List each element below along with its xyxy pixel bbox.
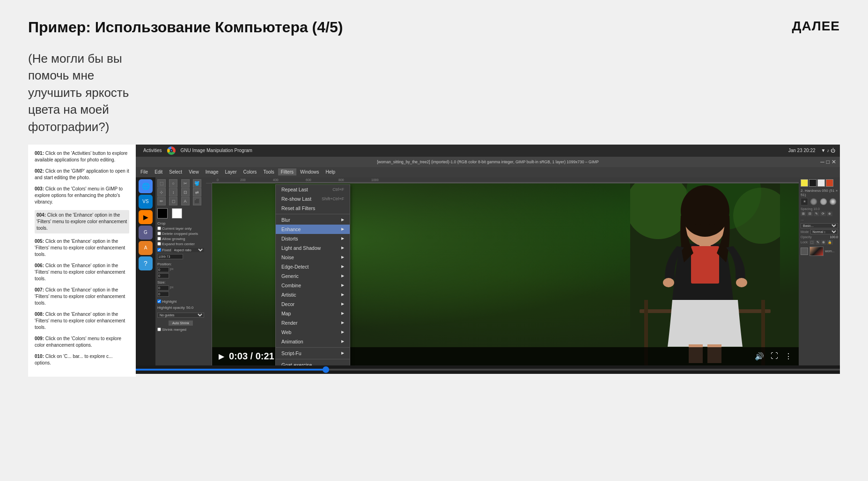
sidebar-icon-vlc[interactable]: ▶	[139, 210, 153, 224]
filter-noise[interactable]: Noise ▶	[276, 253, 350, 262]
menu-tools[interactable]: Tools	[260, 168, 277, 175]
menu-filters[interactable]: Filters	[278, 168, 296, 175]
filter-generic[interactable]: Generic ▶	[276, 271, 350, 281]
tool-btn-crop[interactable]: ⊹	[157, 188, 166, 197]
tool-btn-ellipse[interactable]: ○	[169, 179, 177, 188]
brush-ctrl-3[interactable]: ✎	[814, 211, 819, 216]
filter-script-fu[interactable]: Script-Fu ▶	[276, 349, 350, 358]
tool-btn-text[interactable]: A	[181, 197, 190, 205]
menu-colors[interactable]: Colors	[240, 168, 259, 175]
sidebar-icon-help[interactable]: ?	[139, 256, 153, 270]
step-009: 009: Click on the 'Colors' menu to explo…	[35, 335, 129, 349]
gimp-right-panel: 2. Hardness 050 (51 × 51) ★ Spacing 10.0…	[799, 177, 840, 365]
blending-mode-select[interactable]: Normal ↕	[810, 229, 838, 234]
menu-layer[interactable]: Layer	[222, 168, 239, 175]
filter-combine[interactable]: Combine ▶	[276, 281, 350, 290]
sidebar-icon-vscode[interactable]: VS	[139, 195, 153, 209]
tool-btn-eraser[interactable]: ◻	[169, 197, 177, 205]
menu-select[interactable]: Select	[166, 168, 185, 175]
menu-windows[interactable]: Windows	[297, 168, 322, 175]
fixed-select[interactable]: Aspect ratio	[172, 248, 204, 252]
filter-light-shadow[interactable]: Light and Shadow ▶	[276, 243, 350, 253]
menu-view[interactable]: View	[186, 168, 202, 175]
brush-ctrl-5[interactable]: ⊕	[827, 211, 832, 216]
size-w-input[interactable]	[157, 285, 169, 291]
sidebar-icon-gimp[interactable]: G	[139, 226, 153, 240]
filter-reset-all[interactable]: Reset all Filters	[276, 204, 350, 213]
filter-artistic[interactable]: Artistic ▶	[276, 290, 350, 299]
menu-image[interactable]: Image	[203, 168, 221, 175]
swatch-yellow[interactable]	[801, 179, 808, 187]
filter-decor[interactable]: Decor ▶	[276, 299, 350, 309]
filter-map[interactable]: Map ▶	[276, 309, 350, 318]
filter-distorts[interactable]: Distorts ▶	[276, 234, 350, 243]
filter-enhance[interactable]: Enhance ▶	[276, 225, 350, 234]
play-button[interactable]: ▶	[219, 352, 224, 361]
brush-circle2[interactable]	[820, 198, 827, 205]
filter-reshow-last[interactable]: Re-show Last Shift+Ctrl+F	[276, 194, 350, 204]
lock-paint[interactable]: ✎	[816, 240, 820, 245]
chrome-icon[interactable]	[167, 146, 176, 155]
background-color[interactable]	[172, 208, 182, 219]
tool-btn-perspective[interactable]: ⊡	[181, 188, 190, 197]
filter-blur[interactable]: Blur ▶	[276, 215, 350, 225]
tool-btn-transform[interactable]: ↕	[169, 188, 177, 197]
foreground-color[interactable]	[157, 208, 168, 219]
maximize-button[interactable]: □	[826, 159, 830, 165]
menu-edit[interactable]: Edit	[152, 168, 165, 175]
tool-btn-paint[interactable]: ✏	[157, 197, 166, 205]
expand-center-checkbox[interactable]	[157, 242, 161, 246]
menu-file[interactable]: File	[138, 168, 151, 175]
filter-animation[interactable]: Animation ▶	[276, 337, 350, 346]
brush-ctrl-2[interactable]: ⊟	[807, 211, 813, 216]
progress-handle[interactable]	[323, 366, 329, 373]
swatch-black[interactable]	[809, 179, 817, 187]
minimize-button[interactable]: ─	[820, 159, 824, 165]
lock-move[interactable]: ⊕	[821, 240, 826, 245]
delete-cropped-checkbox[interactable]	[157, 232, 161, 235]
tool-btn-bucket[interactable]: ⬛	[193, 197, 201, 205]
tool-btn-rect-select[interactable]: ⬚	[157, 179, 166, 188]
video-progress-bar[interactable]	[136, 365, 840, 374]
lock-transparent[interactable]: ⬚	[809, 240, 815, 245]
brush-ctrl-1[interactable]: ⊞	[801, 211, 806, 216]
layer-eye[interactable]	[801, 248, 808, 255]
fullscreen-button[interactable]: ⛶	[771, 352, 778, 360]
close-button[interactable]: ✕	[831, 159, 836, 165]
sidebar-icon-app[interactable]: A	[139, 241, 153, 255]
layer-thumbnail[interactable]	[809, 247, 824, 256]
swatch-white[interactable]	[817, 179, 825, 187]
tool-btn-free[interactable]: ✂	[181, 179, 190, 188]
menu-help[interactable]: Help	[323, 168, 338, 175]
allow-growing-checkbox[interactable]	[157, 237, 161, 240]
shrink-merged-checkbox[interactable]	[157, 328, 161, 331]
pos-y-input[interactable]	[157, 273, 169, 278]
swatch-red[interactable]	[826, 179, 833, 187]
pos-x-input[interactable]	[157, 267, 169, 272]
brush-soft[interactable]	[829, 198, 837, 205]
brush-ctrl-4[interactable]: ⟳	[820, 211, 826, 216]
more-options-button[interactable]: ⋮	[785, 352, 792, 361]
brush-circle1[interactable]	[810, 198, 817, 205]
mode-select[interactable]: Basic...	[801, 223, 838, 228]
filter-render[interactable]: Render ▶	[276, 318, 350, 328]
auto-shrink-button[interactable]: Auto Shrink	[169, 321, 193, 326]
volume-button[interactable]: 🔊	[755, 352, 764, 361]
tool-btn-flip[interactable]: ⇄	[193, 188, 201, 197]
sidebar-icon-chrome[interactable]: 🌐	[139, 179, 153, 193]
guides-select[interactable]: No guides	[157, 313, 204, 318]
brush-star1[interactable]: ★	[801, 198, 808, 205]
next-button[interactable]: ДАЛЕЕ	[792, 19, 840, 34]
size-h-input[interactable]	[157, 292, 169, 297]
tool-btn-fuzzy[interactable]: 🪣	[193, 179, 201, 188]
highlight-checkbox[interactable]	[157, 299, 161, 303]
current-layer-checkbox[interactable]	[157, 226, 161, 230]
lock-all[interactable]: 🔒	[827, 240, 833, 245]
filter-goat[interactable]: Goat-exercise	[276, 360, 350, 365]
fixed-checkbox[interactable]	[157, 248, 161, 252]
filter-web[interactable]: Web ▶	[276, 328, 350, 337]
filter-repeat-last[interactable]: Repeat Last Ctrl+F	[276, 185, 350, 194]
activities-button[interactable]: Activities	[140, 147, 164, 154]
filter-edge-detect[interactable]: Edge-Detect ▶	[276, 262, 350, 271]
crop-size-input[interactable]	[157, 254, 183, 259]
